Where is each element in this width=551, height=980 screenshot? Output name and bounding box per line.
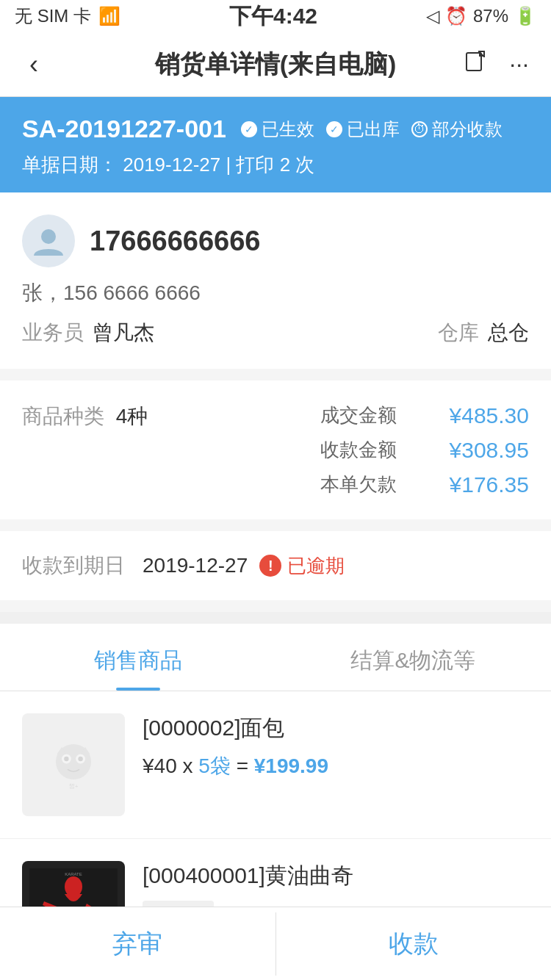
status-effective: ✓ 已生效	[241, 118, 314, 141]
alarm-icon: ⏰	[445, 6, 467, 26]
product-item: 皙+ [0000002]面包 ¥40 x 5袋 = ¥199.99	[0, 691, 551, 839]
stats-left: 商品种类 4种	[22, 403, 320, 430]
check-icon-1: ✓	[241, 121, 257, 137]
battery-label: 87%	[473, 6, 508, 26]
status-bar-left: 无 SIM 卡 📶	[15, 4, 120, 28]
product-thumb-1: 皙+	[22, 713, 125, 816]
more-icon[interactable]: ···	[509, 51, 529, 78]
svg-point-1	[41, 229, 56, 244]
order-date-info: 单据日期： 2019-12-27 | 打印 2 次	[22, 152, 529, 178]
due-date: 2019-12-27	[143, 554, 248, 577]
svg-point-5	[64, 757, 68, 761]
tab-products[interactable]: 销售商品	[0, 624, 276, 691]
overdue-badge: ! 已逾期	[259, 553, 345, 579]
customer-top: 17666666666	[22, 215, 529, 267]
page-title: 销货单详情(来自电脑)	[155, 48, 397, 82]
status-shipped: ✓ 已出库	[326, 118, 400, 141]
customer-avatar	[22, 215, 75, 267]
customer-name-phone: 张，156 6666 6666	[22, 279, 529, 307]
due-label: 收款到期日	[22, 552, 125, 580]
due-section: 收款到期日 2019-12-27 ! 已逾期	[0, 531, 551, 600]
svg-point-9	[65, 876, 82, 897]
overdue-text: 已逾期	[287, 553, 345, 579]
status-bar: 无 SIM 卡 📶 下午4:42 ◁ ⏰ 87% 🔋	[0, 0, 551, 32]
status-partial: ⏱ 部分收款	[411, 118, 503, 141]
warehouse-label: 仓库	[438, 319, 479, 347]
collect-payment-button[interactable]: 收款	[276, 912, 552, 976]
staff-label: 业务员	[22, 319, 84, 347]
check-icon-2: ✓	[326, 121, 342, 137]
bottom-bar: 弃审 收款	[0, 907, 551, 980]
status-bar-right: ◁ ⏰ 87% 🔋	[426, 6, 536, 26]
battery-icon: 🔋	[514, 6, 536, 26]
product-types-value: 4种	[116, 405, 148, 428]
warehouse-name: 总仓	[488, 319, 529, 347]
tab-settlement[interactable]: 结算&物流等	[276, 624, 551, 691]
status-badges: ✓ 已生效 ✓ 已出库 ⏱ 部分收款	[241, 118, 503, 141]
product-name-2: [000400001]黄油曲奇	[143, 861, 529, 891]
product-price-1: ¥40 x 5袋 = ¥199.99	[143, 752, 529, 780]
status-bar-time: 下午4:42	[229, 1, 317, 32]
customer-id: 17666666666	[90, 226, 260, 257]
share-icon[interactable]	[464, 50, 487, 79]
svg-text:KARATE: KARATE	[65, 872, 82, 876]
svg-text:皙+: 皙+	[69, 783, 79, 790]
location-icon: ◁	[426, 6, 439, 26]
stat-owed: 本单欠款 ¥176.35	[320, 472, 529, 497]
divider	[0, 612, 551, 624]
stats-section: 商品种类 4种 成交金额 ¥485.30 收款金额 ¥308.95 本单欠款 ¥…	[0, 381, 551, 519]
svg-point-6	[78, 757, 82, 761]
header-banner: SA-20191227-001 ✓ 已生效 ✓ 已出库 ⏱ 部分收款 单据日期：…	[0, 97, 551, 192]
stat-received: 收款金额 ¥308.95	[320, 437, 529, 463]
sim-label: 无 SIM 卡	[15, 4, 91, 28]
product-info-1: [0000002]面包 ¥40 x 5袋 = ¥199.99	[143, 713, 529, 780]
clock-icon: ⏱	[411, 121, 428, 137]
cancel-review-button[interactable]: 弃审	[0, 912, 276, 976]
nav-bar: ‹ 销货单详情(来自电脑) ···	[0, 32, 551, 97]
back-button[interactable]: ‹	[22, 42, 46, 87]
wifi-icon: 📶	[98, 6, 120, 26]
staff-name: 曾凡杰	[93, 319, 154, 347]
stat-amount: 成交金额 ¥485.30	[320, 403, 529, 428]
product-types: 商品种类 4种	[22, 403, 320, 430]
stats-right: 成交金额 ¥485.30 收款金额 ¥308.95 本单欠款 ¥176.35	[320, 403, 529, 497]
nav-actions: ···	[464, 50, 529, 79]
tabs-header: 销售商品 结算&物流等	[0, 624, 551, 691]
order-id: SA-20191227-001	[22, 115, 226, 143]
overdue-icon: !	[259, 555, 281, 577]
customer-section: 17666666666 张，156 6666 6666 业务员 曾凡杰 仓库 总…	[0, 192, 551, 369]
product-name-1: [0000002]面包	[143, 713, 529, 743]
customer-meta: 业务员 曾凡杰 仓库 总仓	[22, 319, 529, 347]
